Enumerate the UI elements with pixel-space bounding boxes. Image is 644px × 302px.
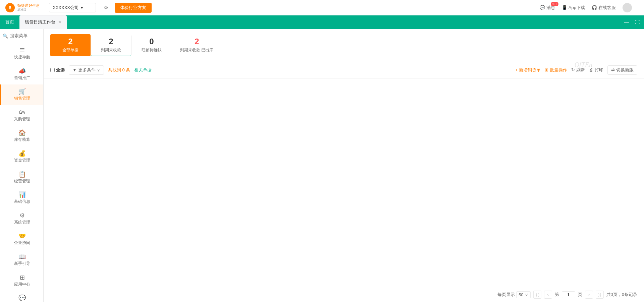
sidebar-item-marketing[interactable]: 📣 营销推广: [0, 64, 43, 85]
quick-nav-icon: ☰: [19, 47, 25, 53]
nav-tabs: 首页 钱货日清工作台 ✕ — ⛶: [0, 15, 644, 29]
app-center-icon: ⊞: [20, 275, 25, 281]
page-size-selector: 每页显示 50 ∨: [497, 291, 530, 298]
company-selector[interactable]: XXXXXX公司 ▾: [49, 3, 96, 12]
found-prefix: 共找到: [108, 67, 121, 72]
phone-icon: 📱: [562, 5, 567, 10]
sidebar: 🔍 搜索菜单 ☰ 快捷导航 📣 营销推广 🛒 销售管理 🛍 采购管理 🏠 库存核…: [0, 29, 44, 302]
stat-label-pending: 旺辅待确认: [142, 47, 162, 53]
sidebar-item-purchase[interactable]: 🛍 采购管理: [0, 105, 43, 126]
pagination: 每页显示 50 ∨ ⟨⟨ ＜ 第 页 ＞ ⟩⟩ 共0页，0条记录: [44, 287, 644, 302]
search-menu-item[interactable]: 🔍 搜索菜单: [0, 29, 43, 43]
logo-icon: 6: [5, 3, 15, 12]
filter-icon: ▼: [72, 67, 77, 72]
more-filter-button[interactable]: ▼ 更多条件 ∨: [69, 65, 104, 75]
online-service-label: 在线客服: [598, 5, 616, 11]
sidebar-item-sales[interactable]: 🛒 销售管理: [0, 84, 43, 105]
stat-card-all[interactable]: 2 全部单据: [50, 34, 91, 56]
related-orders-link[interactable]: 相关单据: [134, 67, 152, 73]
stat-label-all: 全部单据: [62, 47, 78, 53]
avatar[interactable]: [623, 3, 632, 12]
batch-ops-button[interactable]: ⊞ 批量操作: [545, 67, 567, 73]
switch-icon: ⇄: [611, 67, 615, 72]
app-download-button[interactable]: 📱 App下载: [562, 5, 585, 11]
tab-right-controls: — ⛶: [623, 18, 644, 26]
batch-ops-label: 批量操作: [550, 67, 567, 73]
switch-label: 切换新版: [616, 67, 634, 73]
top-header: 6 畅捷通好生意 标准版 XXXXXX公司 ▾ ⚙ 体验行业方案 💬 消息 99…: [0, 0, 644, 15]
page-size-box[interactable]: 50 ∨: [516, 291, 530, 298]
sidebar-item-wechat[interactable]: 💬 企业微信: [0, 291, 43, 302]
stat-card-pending[interactable]: 0 旺辅待确认: [131, 34, 172, 56]
sidebar-item-inventory[interactable]: 🏠 库存核算: [0, 126, 43, 146]
system-icon: ⚙: [19, 213, 25, 219]
stats-row: 2 全部单据 2 到期未收款 0 旺辅待确认 2 到期未收款 已出库: [44, 29, 644, 62]
total-info: 共0页，0条记录: [606, 292, 637, 298]
main-content: 2 全部单据 2 到期未收款 0 旺辅待确认 2 到期未收款 已出库: [44, 29, 644, 302]
search-menu-label: 搜索菜单: [10, 33, 28, 39]
sidebar-label-enterprise-collab: 企业协同: [14, 240, 30, 246]
page-number-input[interactable]: [562, 291, 575, 298]
sidebar-label-system: 系统管理: [14, 220, 30, 225]
sidebar-label-inventory: 库存核算: [14, 137, 30, 142]
dropdown-arrow-icon: ▾: [81, 5, 83, 10]
add-order-button[interactable]: + 新增销货单: [515, 67, 541, 73]
stat-number-overdue: 2: [109, 37, 113, 47]
last-page-button[interactable]: ⟩⟩: [596, 291, 604, 299]
stat-card-shipped[interactable]: 2 到期未收款 已出库: [172, 34, 221, 56]
messages-button[interactable]: 💬 消息 99+: [540, 5, 555, 11]
found-count-text: 共找到 0 条: [108, 67, 130, 73]
tab-work-station[interactable]: 钱货日清工作台 ✕: [19, 15, 67, 29]
per-page-label: 每页显示: [497, 292, 515, 298]
switch-version-button[interactable]: ⇄ 切换新版: [607, 65, 637, 75]
sidebar-item-app-center[interactable]: ⊞ 应用中心: [0, 270, 43, 291]
main-layout: 🔍 搜索菜单 ☰ 快捷导航 📣 营销推广 🛒 销售管理 🛍 采购管理 🏠 库存核…: [0, 29, 644, 302]
sidebar-item-basic-info[interactable]: 📊 基础信息: [0, 188, 43, 208]
app-download-label: App下载: [569, 5, 585, 11]
enterprise-collab-icon: 🤝: [18, 233, 26, 239]
sidebar-item-business[interactable]: 📋 经营管理: [0, 167, 43, 188]
funds-icon: 💰: [18, 150, 26, 157]
stat-label-overdue: 到期未收款: [101, 47, 121, 53]
close-tab-icon[interactable]: ✕: [58, 20, 61, 24]
select-all-label: 全选: [56, 67, 65, 73]
message-icon: 💬: [540, 5, 545, 10]
company-name: XXXXXX公司: [53, 5, 79, 11]
first-page-button[interactable]: ⟨⟨: [533, 291, 541, 299]
checkbox-input[interactable]: [50, 68, 55, 72]
sidebar-label-sales: 销售管理: [14, 96, 30, 101]
sidebar-item-system[interactable]: ⚙ 系统管理: [0, 208, 43, 229]
header-actions: ⚙ 体验行业方案: [101, 3, 152, 13]
stat-card-overdue[interactable]: 2 到期未收款: [91, 34, 131, 56]
sidebar-item-enterprise-collab[interactable]: 🤝 企业协同: [0, 229, 43, 250]
select-all-checkbox[interactable]: 全选: [50, 67, 65, 73]
tab-home[interactable]: 首页: [0, 15, 19, 29]
expand-icon[interactable]: ⛶: [633, 18, 641, 26]
experience-button[interactable]: 体验行业方案: [115, 3, 152, 13]
sidebar-item-quick-nav[interactable]: ☰ 快捷导航: [0, 43, 43, 64]
stat-number-all: 2: [68, 37, 72, 47]
minimize-icon[interactable]: —: [623, 18, 631, 26]
app-badge: 标准版: [17, 8, 40, 12]
table-area: [44, 78, 644, 287]
online-service-button[interactable]: 🎧 在线客服: [592, 5, 616, 11]
print-label: 打印: [595, 67, 603, 73]
sidebar-item-funds[interactable]: 💰 资金管理: [0, 146, 43, 167]
sidebar-label-basic-info: 基础信息: [14, 199, 30, 204]
settings-icon[interactable]: ⚙: [101, 3, 111, 12]
toolbar: 全选 ▼ 更多条件 ∨ 共找到 0 条 相关单据 + 新增销货单 ⊞: [44, 62, 644, 78]
per-page-arrow-icon: ∨: [525, 292, 528, 297]
basic-info-icon: 📊: [18, 192, 26, 198]
sales-icon: 🛒: [18, 88, 26, 95]
tab-home-label: 首页: [5, 19, 14, 25]
page-suffix-label: 页: [578, 292, 582, 298]
header-right: 💬 消息 99+ 📱 App下载 🎧 在线客服: [540, 3, 639, 12]
prev-page-button[interactable]: ＜: [544, 291, 552, 299]
tab-work-station-label: 钱货日清工作台: [25, 19, 55, 25]
sidebar-label-funds: 资金管理: [14, 158, 30, 163]
next-page-button[interactable]: ＞: [585, 291, 593, 299]
stat-number-shipped: 2: [195, 37, 199, 47]
content-area: 2 全部单据 2 到期未收款 0 旺辅待确认 2 到期未收款 已出库: [44, 29, 644, 302]
search-icon: 🔍: [3, 34, 8, 39]
sidebar-item-guide[interactable]: 📖 新手引导: [0, 250, 43, 270]
